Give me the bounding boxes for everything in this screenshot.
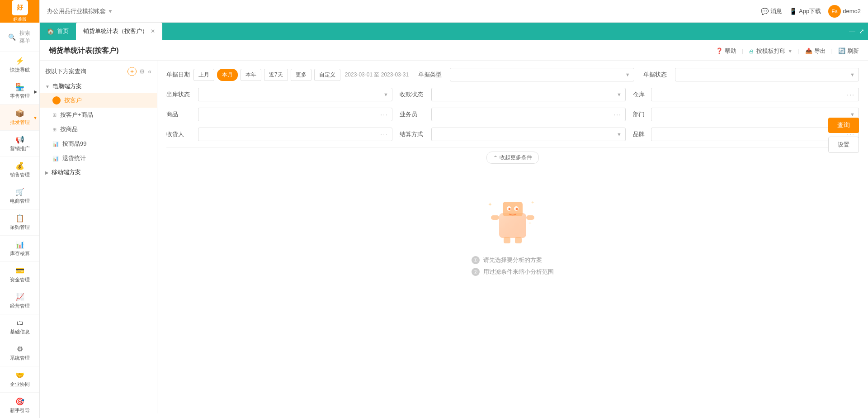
tab-maximize-icon[interactable]: ⤢ <box>859 28 864 35</box>
divider2: | <box>798 48 799 54</box>
print-btn[interactable]: 🖨 按模板打印 ▼ <box>749 47 793 55</box>
svg-text:✦: ✦ <box>488 201 492 208</box>
sidebar-nav-label: 销售管理 <box>10 171 30 178</box>
settle-arrow: ▼ <box>617 132 622 137</box>
page-title-bar: 销货单统计表(按客户) ❓ 帮助 | 🖨 按模板打印 ▼ | 📤 <box>40 40 868 61</box>
settle-label: 结算方式 <box>400 130 431 138</box>
receiver-field[interactable]: ··· <box>198 128 392 141</box>
refresh-btn[interactable]: 🔄 刷新 <box>838 47 859 55</box>
svg-rect-1 <box>503 202 523 216</box>
sidebar-item-xiaoshouguan[interactable]: 💰 销售管理 <box>0 157 39 183</box>
query-btn[interactable]: 查询 <box>828 118 859 133</box>
sidebar-item-qiye[interactable]: 🤝 企业协同 <box>0 366 39 393</box>
sidebar-item-jichu[interactable]: 🗂 基础信息 <box>0 314 39 340</box>
scheme-item-by-goods-99[interactable]: 📊 按商品99 <box>40 137 157 151</box>
scheme-item-by-customer[interactable]: 按客户 <box>40 93 157 108</box>
scheme-panel-title: 按以下方案查询 <box>45 67 86 76</box>
scheme-label-by-goods: 按商品 <box>60 125 78 133</box>
search-menu-item[interactable]: 🔍 搜索菜单 <box>3 26 37 48</box>
avatar-text: Ea <box>832 9 838 14</box>
bill-type-field[interactable]: ▼ <box>450 68 634 81</box>
sidebar-item-kucun[interactable]: 📊 库存核算 <box>0 236 39 262</box>
tab-sales-stat[interactable]: 销货单统计表（按客户） ✕ <box>76 23 162 40</box>
date-btn-last-month[interactable]: 上月 <box>193 69 214 81</box>
by-goods-icon: ⊞ <box>52 127 57 133</box>
refresh-label: 刷新 <box>847 47 859 55</box>
filter-row-status: 出库状态 ▼ 收款状态 ▼ <box>166 88 859 101</box>
filter-row-receiver: 收货人 ··· 结算方式 ▼ <box>166 128 859 141</box>
dept-arrow: ▼ <box>850 112 855 117</box>
sidebar-item-lingshouguan[interactable]: 🏪 零售管理 ▶ <box>0 78 39 104</box>
scheme-edit-btn[interactable]: ⚙ <box>139 68 145 75</box>
sidebar-item-kuaijiedaohang[interactable]: ⚡ 快捷导航 <box>0 52 39 78</box>
bill-type-container: 单据类型 ▼ <box>418 68 634 81</box>
sidebar-item-yingxiaotuguan[interactable]: 📢 营销推广 <box>0 131 39 157</box>
kucun-icon: 📊 <box>15 240 24 249</box>
message-label: 消息 <box>770 7 782 15</box>
account-dropdown[interactable]: 办公用品行业模拟账套 ▼ <box>47 7 113 15</box>
date-btn-custom[interactable]: 自定义 <box>314 69 340 81</box>
scheme-group-desktop-title[interactable]: ▼ 电脑端方案 <box>40 80 157 93</box>
sidebar-item-dianshang[interactable]: 🛒 电商管理 <box>0 183 39 209</box>
sidebar-item-jingying[interactable]: 📈 经营管理 <box>0 288 39 314</box>
bill-status-container: 单据状态 ▼ <box>643 68 859 81</box>
header-left: 办公用品行业模拟账套 ▼ <box>47 7 113 15</box>
date-btn-7days[interactable]: 近7天 <box>264 69 288 81</box>
tab-home[interactable]: 🏠 首页 <box>40 23 76 40</box>
user-info[interactable]: Ea demo2 <box>828 5 861 18</box>
bill-status-arrow: ▼ <box>850 72 855 77</box>
page-title: 销货单统计表(按客户) <box>49 46 119 56</box>
sidebar-item-xinshou[interactable]: 🎯 新手引导 <box>0 393 39 418</box>
logo[interactable]: 好 标准版 <box>0 0 39 23</box>
export-btn[interactable]: 📤 导出 <box>805 47 826 55</box>
dept-field[interactable]: ▼ <box>651 108 859 121</box>
scheme-item-return-stat[interactable]: 📊 退货统计 <box>40 151 157 166</box>
goods-container: 商品 ··· <box>166 108 392 121</box>
bill-status-field[interactable]: ▼ <box>675 68 859 81</box>
salesman-dots: ··· <box>613 111 622 118</box>
account-dropdown-arrow: ▼ <box>108 8 113 14</box>
scheme-group-mobile-title[interactable]: ▶ 移动端方案 <box>40 166 157 179</box>
collapse-up-icon: ⌃ <box>493 155 498 161</box>
sidebar-nav-label: 批发管理 <box>10 119 30 126</box>
warehouse-field[interactable]: ··· <box>651 88 859 101</box>
out-status-field[interactable]: ▼ <box>198 88 392 101</box>
page-inner: 销货单统计表(按客户) ❓ 帮助 | 🖨 按模板打印 ▼ | 📤 <box>40 40 868 418</box>
scheme-item-by-goods[interactable]: ⊞ 按商品 <box>40 122 157 137</box>
print-dropdown-arrow[interactable]: ▼ <box>788 48 793 54</box>
scheme-collapse-btn[interactable]: « <box>148 68 151 75</box>
date-btn-this-year[interactable]: 本年 <box>241 69 261 81</box>
goods-field[interactable]: ··· <box>198 108 392 121</box>
sidebar-item-zijin[interactable]: 💳 资金管理 <box>0 262 39 288</box>
sidebar-nav-label: 新手引导 <box>10 407 30 414</box>
pay-status-field[interactable]: ▼ <box>431 88 626 101</box>
scheme-panel-header: 按以下方案查询 + ⚙ « <box>40 65 157 80</box>
sidebar-nav-label: 经营管理 <box>10 303 30 309</box>
svg-rect-6 <box>491 215 499 220</box>
pay-status-label: 收款状态 <box>400 90 431 99</box>
tab-sales-stat-label: 销货单统计表（按客户） <box>83 27 148 35</box>
app-download-icon: 📱 <box>789 8 797 15</box>
sidebar-item-xitong[interactable]: ⚙ 系统管理 <box>0 340 39 366</box>
sidebar-item-pifaguanli[interactable]: 📦 批发管理 ▼ <box>0 104 39 131</box>
date-btn-this-month[interactable]: 本月 <box>217 69 238 81</box>
collapse-btn[interactable]: ⌃ 收起更多条件 <box>486 152 539 164</box>
help-icon: ❓ <box>716 48 723 54</box>
message-btn[interactable]: 💬 消息 <box>761 7 782 15</box>
zijin-icon: 💳 <box>15 266 24 275</box>
sidebar-item-caigou[interactable]: 📋 采购管理 <box>0 209 39 236</box>
content-layout: 按以下方案查询 + ⚙ « ▼ 电脑端方案 <box>40 61 868 413</box>
app-download-btn[interactable]: 📱 App下载 <box>789 7 821 15</box>
settle-field[interactable]: ▼ <box>431 128 626 141</box>
avatar: Ea <box>828 5 841 18</box>
scheme-add-btn[interactable]: + <box>127 67 137 76</box>
date-btn-more[interactable]: 更多 <box>291 69 311 81</box>
brand-field[interactable]: ··· <box>651 128 859 141</box>
scheme-item-by-customer-goods[interactable]: ⊞ 按客户+商品 <box>40 108 157 122</box>
salesman-field[interactable]: ··· <box>431 108 626 121</box>
help-btn[interactable]: ❓ 帮助 <box>716 47 736 55</box>
settings-btn[interactable]: 设置 <box>828 137 859 153</box>
scheme-label-by-goods-99: 按商品99 <box>62 140 86 148</box>
tab-minimize-icon[interactable]: — <box>849 28 855 35</box>
tab-close-icon[interactable]: ✕ <box>151 28 155 34</box>
